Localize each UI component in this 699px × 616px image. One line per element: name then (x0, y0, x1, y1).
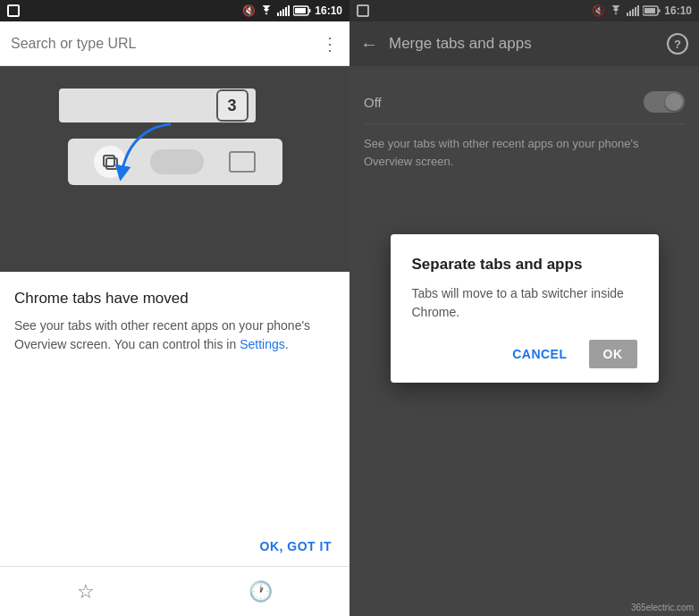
illustration-area: 3 (0, 66, 350, 272)
tab-count-badge: 3 (216, 89, 248, 122)
mute-icon-left: 🔇 (242, 4, 256, 17)
ok-got-it-button[interactable]: OK, GOT IT (260, 539, 332, 553)
svg-rect-4 (288, 5, 290, 16)
battery-icon-left (293, 5, 311, 16)
dialog-buttons: CANCEL OK (412, 340, 637, 368)
content-description: See your tabs with other recent apps on … (14, 316, 335, 354)
wifi-icon-left (259, 5, 274, 16)
content-title: Chrome tabs have moved (14, 290, 335, 308)
status-icons-left: 🔇 16:10 (242, 4, 342, 17)
svg-rect-0 (277, 13, 279, 16)
left-panel: 🔇 16:10 Search or type URL (0, 0, 350, 616)
search-placeholder: Search or type URL (11, 36, 137, 52)
status-bar-left: 🔇 16:10 (0, 0, 350, 21)
time-left: 16:10 (315, 4, 342, 17)
phone-mockup: 3 (50, 89, 300, 249)
arrow-icon (104, 115, 184, 196)
svg-rect-6 (295, 8, 306, 13)
search-bar[interactable]: Search or type URL ⋮ (0, 21, 350, 66)
dialog-overlay: Separate tabs and apps Tabs will move to… (350, 0, 699, 616)
svg-rect-2 (282, 9, 284, 16)
clock-icon[interactable]: 🕐 (248, 580, 273, 603)
settings-link[interactable]: Settings (240, 337, 285, 351)
signal-icon-left (277, 5, 290, 16)
svg-rect-7 (309, 9, 311, 13)
cancel-button[interactable]: CANCEL (498, 340, 581, 368)
watermark: 365electric.com (631, 603, 694, 612)
screenshot-icon-left (7, 4, 20, 17)
back-nav-icon (229, 151, 256, 173)
content-desc-end: . (285, 337, 289, 351)
svg-rect-1 (280, 11, 282, 16)
star-icon[interactable]: ☆ (77, 580, 95, 603)
ok-button[interactable]: OK (589, 340, 637, 368)
svg-rect-3 (285, 7, 287, 16)
right-panel: 🔇 16:10 ← Merge tabs and apps (350, 0, 699, 616)
search-input-area[interactable]: Search or type URL (11, 36, 314, 52)
dialog-message: Tabs will move to a tab switcher inside … (412, 284, 637, 322)
content-area: Chrome tabs have moved See your tabs wit… (0, 272, 350, 616)
dialog-title: Separate tabs and apps (412, 256, 637, 274)
bottom-nav: ☆ 🕐 (0, 566, 350, 616)
dialog-box: Separate tabs and apps Tabs will move to… (391, 234, 659, 383)
menu-dots-icon[interactable]: ⋮ (321, 33, 339, 55)
